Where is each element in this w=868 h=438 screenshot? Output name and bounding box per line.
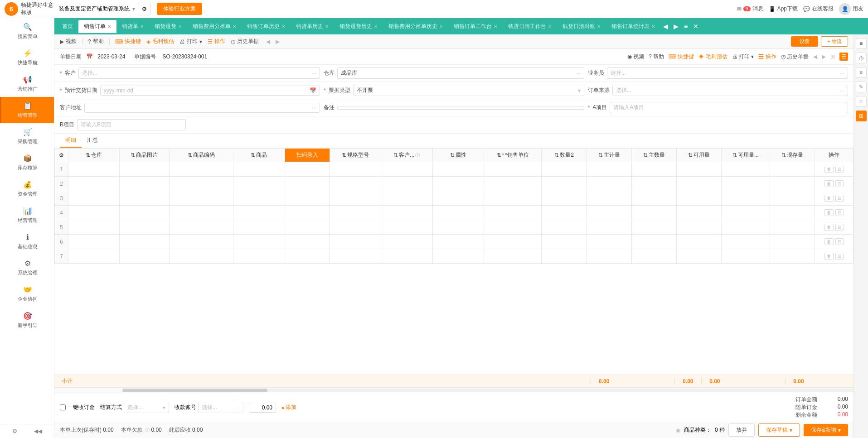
tab-return-history-close[interactable]: ✕ (374, 24, 378, 29)
row-5-qty2[interactable] (542, 220, 587, 235)
row-2-main-qty[interactable] (631, 177, 676, 191)
row-3-main-unit[interactable] (587, 191, 631, 206)
col-warehouse-sort[interactable]: ⇅ (86, 152, 90, 159)
row-1-product[interactable] (233, 162, 285, 177)
toolbar-nav-next[interactable]: ▶ (276, 39, 280, 45)
sidebar-item-inventory[interactable]: 📦 库存核算 (0, 149, 54, 176)
customer-input-wrapper[interactable]: 选择... ··· (78, 67, 320, 79)
date-icon[interactable]: 📅 (86, 53, 93, 60)
panel-icon-5[interactable]: ☆ (856, 96, 867, 107)
tab-order-history[interactable]: 销售订单历史 ✕ (242, 20, 291, 33)
row-5-attribute[interactable] (432, 220, 484, 235)
row-5-warehouse[interactable] (68, 220, 120, 235)
row-4-code[interactable] (169, 206, 233, 220)
row-6-product[interactable] (233, 235, 285, 249)
row-1-main-qty[interactable] (631, 162, 676, 177)
col-settings[interactable]: ⚙ (55, 149, 68, 162)
history-btn-right[interactable]: ◷ 历史单据 (781, 53, 809, 61)
user-menu[interactable]: 👤 用友 (839, 3, 863, 15)
one-click-checkout-input[interactable] (60, 404, 66, 410)
sidebar-item-operations[interactable]: 📊 经营管理 (0, 202, 54, 228)
delivery-date-calendar-icon[interactable]: 📅 (310, 87, 316, 94)
row-7-scan[interactable] (285, 249, 330, 264)
row-1-available[interactable] (677, 162, 722, 177)
scrollbar-row[interactable] (54, 387, 853, 393)
row-3-product[interactable] (233, 191, 285, 206)
tab-expense-history[interactable]: 销售费用分摊单历史 ✕ (383, 20, 448, 33)
row-5-stock[interactable] (770, 220, 815, 235)
row-4-delete-btn[interactable]: 🗑 (824, 209, 834, 216)
panel-icon-1[interactable]: ■ (856, 38, 867, 49)
row-2-qty2[interactable] (542, 177, 587, 191)
sidebar-item-basic-info[interactable]: ℹ 基础信息 (0, 228, 54, 255)
col-unit-sort[interactable]: ⇅ (497, 152, 501, 159)
row-4-spec[interactable] (330, 206, 381, 220)
row-5-unit[interactable] (484, 220, 542, 235)
sidebar-item-enterprise[interactable]: 🤝 企业协同 (0, 281, 54, 307)
row-2-product[interactable] (233, 177, 285, 191)
tab-workbench-close[interactable]: ✕ (494, 24, 497, 29)
row-1-main-unit[interactable] (587, 162, 631, 177)
row-1-warehouse[interactable] (68, 162, 120, 177)
tab-home[interactable]: 首页 (57, 20, 78, 33)
system-dropdown-arrow[interactable]: ▾ (132, 6, 135, 12)
row-3-scan[interactable] (285, 191, 330, 206)
tab-sales-stats[interactable]: 销售订单统计表 ✕ (606, 20, 660, 33)
row-2-available[interactable] (677, 177, 722, 191)
row-3-delete-btn[interactable]: 🗑 (824, 195, 834, 202)
remark-input[interactable] (337, 106, 584, 110)
message-btn[interactable]: ✉ 9 消息 (737, 5, 763, 13)
tab-sales-return[interactable]: 销货退货 ✕ (149, 20, 187, 33)
row-3-available[interactable] (677, 191, 722, 206)
row-3-qty2[interactable] (542, 191, 587, 206)
row-1-code[interactable] (169, 162, 233, 177)
col-code-sort[interactable]: ⇅ (188, 152, 192, 159)
row-4-unit[interactable] (484, 206, 542, 220)
help-btn-right[interactable]: ? 帮助 (649, 53, 664, 61)
col-attribute-sort[interactable]: ⇅ (450, 152, 455, 159)
view-toggle-list[interactable]: ☰ (839, 53, 848, 61)
row-5-scan[interactable] (285, 220, 330, 235)
row-6-available[interactable] (677, 235, 722, 249)
row-2-attribute[interactable] (432, 177, 484, 191)
row-5-product[interactable] (233, 220, 285, 235)
tab-sales-invoice-close[interactable]: ✕ (140, 24, 144, 29)
row-6-qty2[interactable] (542, 235, 587, 249)
row-1-available2[interactable] (722, 162, 770, 177)
sidebar-item-finance[interactable]: 💰 资金管理 (0, 176, 54, 202)
row-6-code[interactable] (169, 235, 233, 249)
row-4-attribute[interactable] (432, 206, 484, 220)
nav-next-right[interactable]: ▶ (822, 53, 826, 60)
row-5-main-qty[interactable] (631, 220, 676, 235)
panel-icon-2[interactable]: ◷ (856, 53, 867, 63)
tab-sales-expense[interactable]: 销售费用分摊单 ✕ (187, 20, 242, 33)
row-3-image[interactable] (120, 191, 169, 206)
order-source-select[interactable]: 选择... ··· (612, 85, 848, 96)
row-7-product[interactable] (233, 249, 285, 264)
panel-icon-6[interactable]: ⊞ (856, 111, 867, 121)
tab-expense-history-close[interactable]: ✕ (439, 24, 443, 29)
row-2-spec[interactable] (330, 177, 381, 191)
row-5-image[interactable] (120, 220, 169, 235)
settings-btn[interactable]: 设置 (791, 36, 818, 47)
row-6-attribute[interactable] (432, 235, 484, 249)
row-4-main-unit[interactable] (587, 206, 631, 220)
row-4-warehouse[interactable] (68, 206, 120, 220)
ops-btn-right[interactable]: ☰ 操作 (758, 53, 776, 61)
row-1-spec[interactable] (330, 162, 381, 177)
row-3-code[interactable] (169, 191, 233, 206)
col-stock-sort[interactable]: ⇅ (781, 152, 786, 159)
nav-prev-right[interactable]: ◀ (813, 53, 817, 60)
tab-daily-reconcile-close[interactable]: ✕ (597, 24, 601, 29)
row-6-unit[interactable] (484, 235, 542, 249)
profit-forecast-btn[interactable]: ◈ 毛利预估 (146, 38, 174, 45)
row-4-main-qty[interactable] (631, 206, 676, 220)
tab-prev-btn[interactable]: ◀ (660, 23, 671, 30)
app-download-btn[interactable]: 📱 App下载 (769, 5, 798, 13)
row-2-scan[interactable] (285, 177, 330, 191)
row-2-delete-btn[interactable]: 🗑 (824, 180, 834, 187)
row-2-warehouse[interactable] (68, 177, 120, 191)
row-7-spec[interactable] (330, 249, 381, 264)
row-4-copy-btn[interactable]: ⊡ (835, 209, 844, 216)
history-btn[interactable]: ◷ 历史单据 (231, 38, 259, 45)
